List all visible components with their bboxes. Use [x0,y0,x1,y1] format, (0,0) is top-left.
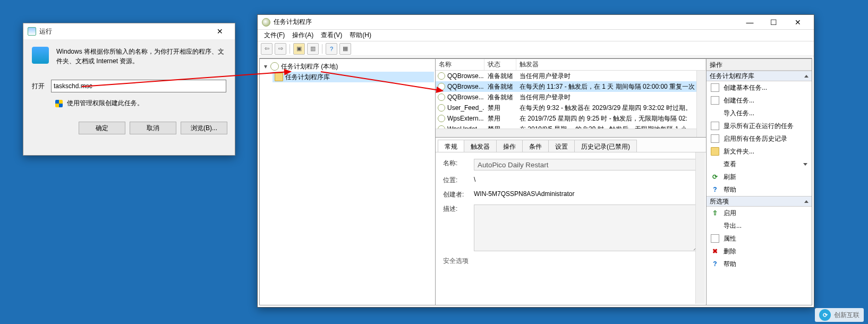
action-item[interactable]: 查看 [707,158,812,170]
action-label: 查看 [724,160,736,169]
task-trigger: 在 2019/7/25 星期四 的 9:25 时 - 触发后，无限期地每隔 02… [516,114,706,123]
collapse-icon[interactable] [804,75,809,78]
action-label: 启用所有任务历史记录 [724,134,787,143]
menu-view[interactable]: 查看(V) [318,30,345,41]
watermark-text: 创新互联 [834,311,860,320]
action-item[interactable]: 新文件夹... [707,145,812,158]
tab-history[interactable]: 历史记录(已禁用) [574,140,637,152]
label-desc: 描述: [443,204,469,214]
run-title-text: 运行 [39,23,52,39]
task-trigger: 在每天的 9:32 - 触发器在 2029/3/29 星期四 9:32:02 时… [516,104,706,113]
menubar: 文件(F) 操作(A) 查看(V) 帮助(H) [258,30,814,41]
tab-triggers[interactable]: 触发器 [464,140,497,152]
col-name[interactable]: 名称 [436,59,484,70]
action-label: 显示所有正在运行的任务 [724,122,794,131]
clock-icon [438,93,445,101]
up-icon[interactable]: ▣ [293,43,305,55]
table-row[interactable]: QQBrowse...准备就绪在每天的 11:37 - 触发后，在 1 天 期间… [436,81,706,92]
col-status[interactable]: 状态 [484,59,516,70]
pane-icon[interactable]: ▥ [307,43,319,55]
action-item[interactable]: ✖删除 [707,245,812,258]
toolbar: ⇦ ⇨ ▣ ▥ ? ▦ [258,41,814,56]
table-row[interactable]: User_Feed_...禁用在每天的 9:32 - 触发器在 2029/3/2… [436,103,706,113]
action-label: 启用 [724,209,736,218]
close-icon[interactable]: ✕ [786,15,810,29]
clock-icon [438,104,445,112]
run-dialog: 运行 ✕ Windows 将根据你所输入的名称，为你打开相应的程序、文件夹、文档… [23,23,235,156]
action-label: 导出... [724,221,742,231]
scrollbar-vertical[interactable] [695,152,705,304]
ok-button[interactable]: 确定 [79,122,125,134]
detail-location-value: \ [474,176,475,183]
col-trigger[interactable]: 触发器 [516,59,706,70]
watermark: ⟳ 创新互联 [815,308,864,322]
action-item[interactable]: 创建基本任务... [707,81,812,94]
menu-help[interactable]: 帮助(H) [346,30,375,41]
task-name: User_Feed_... [447,104,484,112]
collapse-icon[interactable] [804,200,809,203]
action-item[interactable]: 属性 [707,232,812,245]
help-icon[interactable]: ? [326,43,337,55]
tab-settings[interactable]: 设置 [548,140,575,152]
run-app-icon [28,27,36,36]
label-location: 位置: [443,176,469,185]
clock-icon [270,62,279,71]
action-icon [711,109,719,117]
action-item[interactable]: 创建任务... [707,94,812,107]
task-trigger: 当任何用户登录时 [516,72,706,81]
action-icon [711,160,719,168]
open-label: 打开 [32,82,45,91]
action-item[interactable]: ⟳刷新 [707,170,812,183]
scrollbar-horizontal[interactable] [436,129,696,137]
action-item[interactable]: 导出... [707,219,812,232]
help-icon: ? [711,260,719,268]
action-item[interactable]: 启用所有任务历史记录 [707,132,812,145]
action-item[interactable]: 导入任务... [707,107,812,120]
task-name: QQBrowse... [447,83,484,90]
tab-actions[interactable]: 操作 [496,140,523,152]
tab-conditions[interactable]: 条件 [522,140,549,152]
run-message: Windows 将根据你所输入的名称，为你打开相应的程序、文件夹、文档或 Int… [56,47,226,66]
table-row[interactable]: QQBrowse...准备就绪当任何用户登录时 [436,71,706,81]
minimize-icon[interactable]: — [738,15,762,29]
run-large-icon [32,47,49,64]
action-item[interactable]: ?帮助 [707,258,812,270]
table-row[interactable]: WpsExtern...禁用在 2019/7/25 星期四 的 9:25 时 -… [436,113,706,124]
sched-titlebar: 任务计划程序 — ☐ ✕ [258,15,814,30]
table-row[interactable]: QQBrowse...准备就绪当任何用户登录时 [436,92,706,103]
maximize-icon[interactable]: ☐ [762,15,786,29]
action-item[interactable]: ?帮助 [707,183,812,196]
action-item[interactable]: 显示所有正在运行的任务 [707,120,812,132]
task-detail: 常规 触发器 操作 条件 设置 历史记录(已禁用) 名称: 位置: \ [436,138,706,305]
action-label: 新文件夹... [724,147,754,156]
actions-pane: 操作 任务计划程序库 创建基本任务...创建任务...导入任务...显示所有正在… [706,58,812,305]
task-name: QQBrowse... [447,93,484,101]
action-icon [711,134,719,143]
action-label: 帮助 [724,185,736,194]
detail-desc-value [474,204,699,251]
action-label: 创建任务... [724,96,754,105]
action-icon: ⟳ [711,173,719,181]
close-icon[interactable]: ✕ [209,23,231,39]
back-icon[interactable]: ⇦ [261,43,273,55]
menu-file[interactable]: 文件(F) [261,30,288,41]
folder-icon [275,73,283,81]
refresh-icon[interactable]: ▦ [339,43,351,55]
scrollbar-vertical[interactable] [696,71,706,137]
action-item[interactable]: ⇧启用 [707,207,812,219]
sched-title-text: 任务计划程序 [274,18,312,27]
action-icon [711,96,719,105]
label-name: 名称: [443,159,469,168]
browse-button[interactable]: 浏览(B)... [181,122,227,134]
help-icon: ? [711,185,719,194]
action-label: 删除 [724,247,736,256]
cancel-button[interactable]: 取消 [130,122,176,134]
detail-author-value: WIN-5M7QSSPN8AS\Administrator [474,190,574,198]
shield-icon [55,100,63,107]
forward-icon[interactable]: ⇨ [275,43,286,55]
label-author: 创建者: [443,190,469,199]
task-scheduler-window: 任务计划程序 — ☐ ✕ 文件(F) 操作(A) 查看(V) 帮助(H) ⇦ ⇨… [257,14,814,308]
menu-action[interactable]: 操作(A) [289,30,317,41]
tab-general[interactable]: 常规 [438,140,464,152]
collapse-icon[interactable]: ▾ [263,63,268,70]
